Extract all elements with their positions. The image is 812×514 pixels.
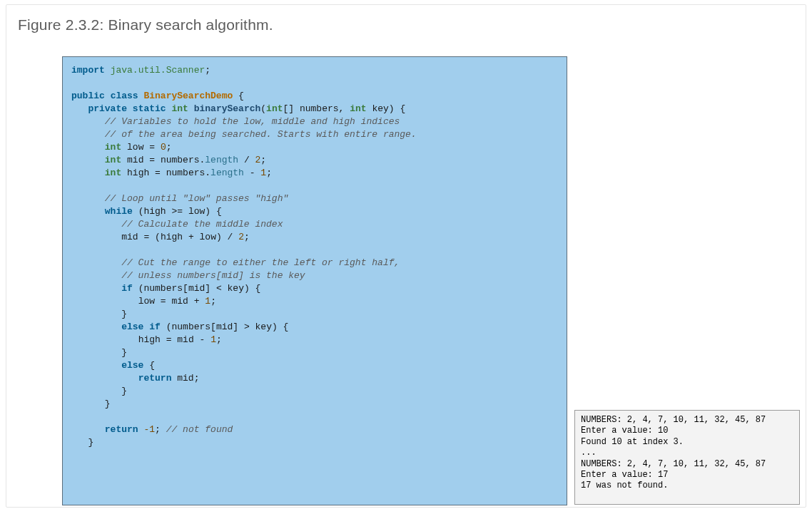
brace-open: { xyxy=(149,360,155,371)
keyword-int: int xyxy=(105,142,121,153)
number-literal: -1 xyxy=(143,424,155,435)
keyword-if: if xyxy=(149,322,161,332)
semicolon: ; xyxy=(194,373,200,384)
equals: = xyxy=(143,232,149,242)
keyword-else: else xyxy=(121,360,143,371)
var-high: high xyxy=(127,168,149,178)
param-numbers: numbers xyxy=(300,103,339,114)
brace-open: { xyxy=(400,103,405,114)
brace-open: { xyxy=(283,322,289,332)
var-mid: mid xyxy=(188,283,205,294)
equals: = xyxy=(161,296,166,307)
param-key: key xyxy=(255,322,272,332)
var-mid: mid xyxy=(121,232,138,242)
keyword-while: while xyxy=(105,206,133,217)
var-low: low xyxy=(127,142,143,153)
minus: - xyxy=(250,168,255,178)
var-mid: mid xyxy=(177,373,193,384)
output-line: Enter a value: 17 xyxy=(581,470,668,480)
paren-close: ) xyxy=(216,232,222,242)
method-name: binarySearch xyxy=(194,103,261,114)
brace-close: } xyxy=(121,347,127,358)
keyword-class: class xyxy=(111,91,138,101)
bracket-open: [ xyxy=(210,322,216,332)
var-high: high xyxy=(143,206,166,217)
figure-container: Figure 2.3.2: Binary search algorithm. i… xyxy=(6,4,806,508)
var-low: low xyxy=(188,206,205,217)
output-line: Found 10 at index 3. xyxy=(581,437,684,447)
equals: = xyxy=(166,334,172,345)
equals: = xyxy=(155,168,161,178)
keyword-int: int xyxy=(105,168,121,178)
keyword-static: static xyxy=(133,103,166,114)
output-line: 17 was not found. xyxy=(581,480,668,490)
comment-line: // Variables to hold the low, middle and… xyxy=(105,116,400,127)
class-name: BinarySearchDemo xyxy=(143,91,233,101)
package-path: java.util.Scanner xyxy=(111,65,205,76)
number-literal: 2 xyxy=(238,232,244,242)
semicolon: ; xyxy=(166,142,172,153)
keyword-public: public xyxy=(71,91,105,101)
dot: . xyxy=(205,168,210,178)
output-line: ... xyxy=(581,448,597,458)
ident-numbers: numbers xyxy=(161,155,200,165)
member-length: length xyxy=(210,168,244,178)
keyword-return: return xyxy=(138,373,172,384)
keyword-else: else xyxy=(121,322,143,332)
var-low: low xyxy=(138,296,155,307)
keyword-if: if xyxy=(121,283,133,294)
comment-line: // not found xyxy=(166,424,233,435)
comment-line: // Loop until "low" passes "high" xyxy=(105,193,288,204)
var-mid: mid xyxy=(216,322,233,332)
brace-open: { xyxy=(255,283,261,294)
bracket-close: ] xyxy=(205,283,210,294)
var-high: high xyxy=(138,334,161,345)
output-line: NUMBERS: 2, 4, 7, 10, 11, 32, 45, 87 xyxy=(581,415,766,425)
keyword-private: private xyxy=(88,103,127,114)
comment-line: // Calculate the middle index xyxy=(121,219,283,230)
semicolon: ; xyxy=(266,168,272,178)
lt: < xyxy=(216,283,222,294)
semicolon: ; xyxy=(216,334,222,345)
equals: = xyxy=(149,155,155,165)
bracket-close: ] xyxy=(233,322,238,332)
plus: + xyxy=(194,296,200,307)
keyword-int: int xyxy=(350,103,366,114)
paren-close: ) xyxy=(205,206,210,217)
output-line: Enter a value: 10 xyxy=(581,426,668,436)
param-key: key xyxy=(372,103,388,114)
code-panel: import java.util.Scanner; public class B… xyxy=(62,56,567,505)
equals: = xyxy=(149,142,155,153)
number-literal: 1 xyxy=(205,296,210,307)
brace-close: } xyxy=(105,399,111,409)
figure-title: Figure 2.3.2: Binary search algorithm. xyxy=(6,5,806,48)
minus: - xyxy=(200,334,205,345)
output-panel: NUMBERS: 2, 4, 7, 10, 11, 32, 45, 87 Ent… xyxy=(574,410,800,505)
keyword-int: int xyxy=(266,103,283,114)
semicolon: ; xyxy=(244,232,250,242)
comment-line: // Cut the range to either the left or r… xyxy=(121,257,400,268)
slash: / xyxy=(244,155,250,165)
paren-close: ) xyxy=(389,103,395,114)
comment-line: // unless numbers[mid] is the key xyxy=(121,270,305,281)
keyword-return: return xyxy=(105,424,138,435)
number-literal: 1 xyxy=(210,334,216,345)
number-literal: 1 xyxy=(260,168,266,178)
semicolon: ; xyxy=(205,65,210,76)
paren-close: ) xyxy=(244,283,250,294)
var-mid: mid xyxy=(177,334,193,345)
var-mid: mid xyxy=(127,155,143,165)
brace-open: { xyxy=(216,206,222,217)
paren-open: ( xyxy=(260,103,266,114)
gte: >= xyxy=(171,206,183,217)
var-low: low xyxy=(200,232,216,242)
paren-close: ) xyxy=(272,322,278,332)
plus: + xyxy=(188,232,194,242)
number-literal: 0 xyxy=(161,142,166,153)
keyword-import: import xyxy=(71,65,105,76)
brace-close: } xyxy=(121,386,127,396)
param-key: key xyxy=(228,283,244,294)
ident-numbers: numbers xyxy=(166,168,205,178)
brace-open: { xyxy=(238,91,244,101)
brace-close: } xyxy=(121,309,127,319)
